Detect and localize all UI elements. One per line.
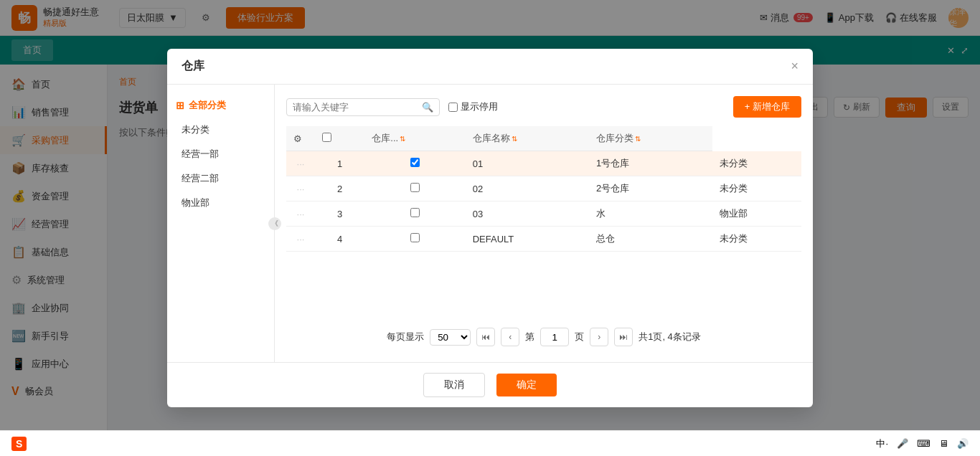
last-page-btn[interactable]: ⏭ bbox=[614, 328, 633, 346]
sidebar-collapse-btn[interactable]: 《 bbox=[268, 217, 281, 230]
modal-title: 仓库 bbox=[182, 59, 204, 74]
show-disabled-text: 显示停用 bbox=[461, 100, 498, 113]
row-checkbox[interactable] bbox=[410, 183, 420, 192]
per-page-select[interactable]: 50 100 200 bbox=[430, 329, 471, 346]
sort-code-icon: ⇅ bbox=[400, 135, 405, 143]
modal-main-content: 🔍 显示停用 + 新增仓库 ⚙ bbox=[275, 85, 813, 362]
warehouse-table: ⚙ 仓库...⇅ 仓库名称⇅ 仓库分类⇅ ··· 1 01 1号仓库 bbox=[286, 126, 801, 252]
modal-sidebar-all[interactable]: ⊞ 全部分类 bbox=[167, 93, 274, 118]
modal-toolbar-left: 🔍 显示停用 bbox=[286, 98, 498, 116]
keyboard-icon[interactable]: ⌨ bbox=[917, 438, 930, 449]
modal-body: ⊞ 全部分类 未分类 经营一部 经营二部 物业部 《 🔍 bbox=[167, 85, 813, 362]
modal-footer: 取消 确定 bbox=[167, 362, 813, 407]
total-info: 共1页, 4条记录 bbox=[639, 331, 701, 343]
sort-name-icon: ⇅ bbox=[512, 135, 517, 143]
mic-icon[interactable]: 🎤 bbox=[897, 438, 908, 449]
row-check-cell bbox=[364, 176, 465, 201]
row-more-icon[interactable]: ··· bbox=[297, 158, 305, 169]
table-row: ··· 3 03 水 物业部 bbox=[286, 201, 801, 227]
th-gear: ⚙ bbox=[286, 126, 315, 151]
row-more-icon[interactable]: ··· bbox=[297, 234, 305, 244]
cancel-btn[interactable]: 取消 bbox=[423, 373, 485, 397]
table-body: ··· 1 01 1号仓库 未分类 ··· 2 02 2号仓库 未分类 ··· … bbox=[286, 151, 801, 252]
page-unit: 页 bbox=[575, 331, 584, 343]
row-checkbox[interactable] bbox=[410, 158, 420, 167]
first-page-btn[interactable]: ⏮ bbox=[476, 328, 495, 346]
all-category-label: 全部分类 bbox=[189, 99, 226, 112]
grid-icon: ⊞ bbox=[176, 100, 184, 111]
row-more-icon[interactable]: ··· bbox=[297, 184, 305, 194]
row-category-cell: 未分类 bbox=[712, 151, 801, 176]
sound-icon[interactable]: 🔊 bbox=[957, 438, 969, 449]
row-index-cell: 4 bbox=[315, 227, 364, 252]
row-check-cell bbox=[364, 201, 465, 227]
row-name-cell: 2号仓库 bbox=[589, 176, 712, 201]
row-action-cell: ··· bbox=[286, 201, 315, 227]
row-index-cell: 1 bbox=[315, 151, 364, 176]
row-action-cell: ··· bbox=[286, 176, 315, 201]
row-code-cell: 03 bbox=[466, 201, 589, 227]
row-action-cell: ··· bbox=[286, 151, 315, 176]
table-row: ··· 1 01 1号仓库 未分类 bbox=[286, 151, 801, 176]
confirm-btn[interactable]: 确定 bbox=[496, 374, 557, 396]
row-name-cell: 水 bbox=[589, 201, 712, 227]
page-input[interactable] bbox=[540, 328, 569, 346]
modal-sidebar-item-property[interactable]: 物业部 bbox=[167, 191, 274, 215]
search-input[interactable] bbox=[293, 102, 422, 113]
new-warehouse-btn[interactable]: + 新增仓库 bbox=[733, 96, 801, 118]
show-disabled-label[interactable]: 显示停用 bbox=[448, 100, 498, 113]
select-all-checkbox[interactable] bbox=[322, 133, 331, 142]
s-logo: S bbox=[11, 437, 27, 451]
th-code: 仓库...⇅ bbox=[364, 126, 465, 151]
table-container: ⚙ 仓库...⇅ 仓库名称⇅ 仓库分类⇅ ··· 1 01 1号仓库 bbox=[286, 126, 801, 318]
search-wrap: 🔍 bbox=[286, 98, 440, 116]
row-index-cell: 2 bbox=[315, 176, 364, 201]
pagination: 每页显示 50 100 200 ⏮ ‹ 第 页 › ⏭ 共1页, 4条记录 bbox=[286, 318, 801, 351]
row-checkbox[interactable] bbox=[410, 233, 420, 242]
row-check-cell bbox=[364, 151, 465, 176]
bottom-left: S bbox=[11, 437, 27, 451]
row-code-cell: 01 bbox=[466, 151, 589, 176]
row-name-cell: 总仓 bbox=[589, 227, 712, 252]
modal-sidebar: ⊞ 全部分类 未分类 经营一部 经营二部 物业部 《 bbox=[167, 85, 275, 362]
lang-btn[interactable]: 中· bbox=[876, 437, 888, 450]
row-category-cell: 物业部 bbox=[712, 201, 801, 227]
table-row: ··· 4 DEFAULT 总仓 未分类 bbox=[286, 227, 801, 252]
sort-category-icon: ⇅ bbox=[635, 135, 641, 143]
table-header-row: ⚙ 仓库...⇅ 仓库名称⇅ 仓库分类⇅ bbox=[286, 126, 801, 151]
modal-toolbar: 🔍 显示停用 + 新增仓库 bbox=[286, 96, 801, 118]
row-index-cell: 3 bbox=[315, 201, 364, 227]
warehouse-modal: 仓库 × ⊞ 全部分类 未分类 经营一部 经营二部 物业部 《 bbox=[167, 49, 813, 407]
modal-sidebar-item-op2[interactable]: 经营二部 bbox=[167, 166, 274, 191]
table-row: ··· 2 02 2号仓库 未分类 bbox=[286, 176, 801, 201]
modal-close-btn[interactable]: × bbox=[791, 59, 798, 74]
row-action-cell: ··· bbox=[286, 227, 315, 252]
show-disabled-checkbox[interactable] bbox=[448, 103, 458, 112]
row-category-cell: 未分类 bbox=[712, 227, 801, 252]
modal-sidebar-item-uncat[interactable]: 未分类 bbox=[167, 118, 274, 142]
row-name-cell: 1号仓库 bbox=[589, 151, 712, 176]
row-checkbox[interactable] bbox=[410, 208, 420, 217]
bottom-right: 中· 🎤 ⌨ 🖥 🔊 bbox=[876, 437, 969, 450]
bottom-bar: S 中· 🎤 ⌨ 🖥 🔊 bbox=[0, 430, 980, 456]
row-code-cell: DEFAULT bbox=[466, 227, 589, 252]
page-label: 第 bbox=[525, 331, 534, 343]
modal-header: 仓库 × bbox=[167, 49, 813, 85]
th-category: 仓库分类⇅ bbox=[589, 126, 712, 151]
search-icon: 🔍 bbox=[422, 102, 433, 113]
modal-sidebar-item-op1[interactable]: 经营一部 bbox=[167, 142, 274, 166]
next-page-btn[interactable]: › bbox=[590, 328, 608, 346]
modal-overlay: 仓库 × ⊞ 全部分类 未分类 经营一部 经营二部 物业部 《 bbox=[0, 0, 980, 456]
th-name: 仓库名称⇅ bbox=[466, 126, 589, 151]
row-category-cell: 未分类 bbox=[712, 176, 801, 201]
row-check-cell bbox=[364, 227, 465, 252]
prev-page-btn[interactable]: ‹ bbox=[501, 328, 519, 346]
row-more-icon[interactable]: ··· bbox=[297, 209, 305, 219]
th-check bbox=[315, 126, 364, 151]
per-page-label: 每页显示 bbox=[387, 331, 424, 343]
row-code-cell: 02 bbox=[466, 176, 589, 201]
monitor-icon[interactable]: 🖥 bbox=[939, 438, 948, 449]
